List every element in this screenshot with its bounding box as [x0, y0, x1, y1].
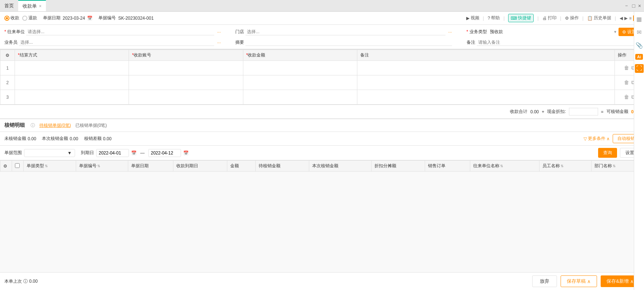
writeoff-info-icon[interactable]: ⓘ: [31, 122, 35, 129]
remark-field: 备注: [467, 39, 640, 46]
row-remark-1[interactable]: [357, 61, 615, 75]
tab-home[interactable]: 首页: [0, 0, 18, 11]
tab-home-label: 首页: [4, 3, 14, 9]
discount-input[interactable]: [569, 108, 598, 115]
tab-close-icon[interactable]: ×: [39, 4, 42, 9]
remark-input[interactable]: [477, 39, 640, 46]
unverified-label: 未核销金额: [4, 136, 26, 142]
calendar-icon[interactable]: 📅: [87, 16, 93, 21]
col-account-header: *收款账号: [129, 50, 243, 61]
delete-icon-2[interactable]: 🗑: [624, 79, 629, 86]
summary-input[interactable]: [246, 39, 452, 46]
table-sidebar-icon[interactable]: ▦: [635, 15, 644, 23]
counterpart-more-icon[interactable]: ···: [217, 30, 221, 35]
draft-chevron: ∧: [587, 279, 591, 284]
available-label: 可核销金额: [606, 109, 628, 115]
bottom-col-settings[interactable]: ⚙: [0, 161, 12, 172]
video-btn[interactable]: ▶ 视频: [466, 15, 479, 21]
print-btn[interactable]: 🖨 打印: [542, 15, 557, 21]
radio-receipt[interactable]: 收款: [4, 15, 19, 21]
col-settings-header[interactable]: ⚙: [0, 50, 15, 61]
counterpart-input[interactable]: [26, 28, 214, 35]
business-type-chevron[interactable]: ▼: [613, 30, 617, 34]
list-icon[interactable]: ≡: [629, 16, 632, 21]
row-amount-1[interactable]: [243, 61, 357, 75]
done-tab[interactable]: 已核销单据(0笔): [75, 122, 107, 129]
salesperson-more-icon[interactable]: ···: [217, 40, 221, 45]
pending-tab[interactable]: 待核销单据(0笔): [39, 122, 71, 129]
email-sidebar-icon[interactable]: ✉: [635, 28, 644, 36]
tab-receipt[interactable]: 收款单 ×: [18, 0, 46, 11]
radio-return-label: 退款: [28, 15, 37, 21]
prev-btn[interactable]: ◀: [620, 16, 623, 21]
number-field: 单据编号 SK-20230324-001: [98, 15, 153, 21]
delete-icon-3[interactable]: 🗑: [624, 94, 629, 100]
store-more-icon[interactable]: ···: [448, 30, 452, 35]
range-select[interactable]: ▼: [24, 149, 75, 157]
tab-receipt-label: 收款单: [23, 3, 37, 9]
shortcut-btn[interactable]: ⌨ 快捷键: [508, 14, 534, 22]
footer: 本单上次 ⓘ 0.00 放弃 保存草稿 ∧ 保存&新增 ∧: [0, 272, 644, 290]
row-account-3[interactable]: [129, 90, 243, 105]
history-btn[interactable]: 📋 历史单据: [587, 15, 611, 21]
close-btn[interactable]: ×: [638, 3, 641, 9]
row-payment-3[interactable]: [15, 90, 129, 105]
save-chevron: ∧: [630, 279, 634, 284]
row-remark-3[interactable]: [357, 90, 615, 105]
delete-icon-1[interactable]: 🗑: [624, 65, 629, 71]
unverified-stat: 未核销金额 0.00: [4, 136, 36, 142]
summary-field: 摘要: [235, 39, 452, 46]
store-input[interactable]: [246, 28, 445, 35]
unverified-value: 0.00: [28, 136, 36, 141]
footer-info-icon[interactable]: ⓘ: [23, 278, 28, 285]
date-from-input[interactable]: [96, 149, 129, 157]
select-all-checkbox[interactable]: [15, 163, 20, 168]
draft-label: 保存草稿: [567, 278, 586, 285]
row-remark-2[interactable]: [357, 75, 615, 90]
writeoff-header: 核销明细 ⓘ 待核销单据(0笔) 已核销单据(0笔): [0, 119, 644, 132]
expand-sidebar-icon[interactable]: ⛶: [635, 64, 644, 73]
ai-badge[interactable]: Ai: [635, 54, 643, 60]
date-value: 2023-03-24: [63, 16, 85, 21]
bottom-col-checkbox[interactable]: [12, 161, 24, 172]
col-amount-header: *收款金额: [243, 50, 357, 61]
salesperson-input[interactable]: [19, 39, 214, 46]
query-btn[interactable]: 查询: [598, 148, 617, 158]
operation-btn[interactable]: ⚙ 操作: [565, 15, 579, 21]
footer-right: 放弃 保存草稿 ∧ 保存&新增 ∧: [532, 275, 640, 287]
date-field: 单据日期 2023-03-24 📅: [43, 15, 93, 21]
date-to-input[interactable]: [148, 149, 181, 157]
print-icon: 🖨: [542, 16, 547, 21]
row-amount-3[interactable]: [243, 90, 357, 105]
form-row-1: * 往来单位 ··· 门店 ··· * 业务类型 预收款 ▼ ⚙ 设置: [4, 28, 640, 36]
abandon-btn[interactable]: 放弃: [532, 275, 557, 287]
clip-sidebar-icon[interactable]: 📎: [635, 41, 644, 50]
date-label: 单据日期: [43, 15, 60, 21]
business-type-field: * 业务类型 预收款 ▼ ⚙ 设置: [467, 28, 640, 36]
more-conditions-btn[interactable]: ▽ 更多条件 ∧: [584, 136, 610, 142]
date-from-icon[interactable]: 📅: [131, 150, 137, 156]
help-btn[interactable]: ? 帮助: [488, 15, 500, 21]
table-row: 3 🗑 ⧉: [0, 90, 644, 105]
writeoff-stats: 未核销金额 0.00 本次核销金额 0.00 核销差额 0.00 ▽ 更多条件 …: [0, 132, 644, 146]
next-btn[interactable]: ▶: [624, 16, 628, 21]
row-account-2[interactable]: [129, 75, 243, 90]
current-label: 本次核销金额: [42, 136, 68, 142]
radio-receipt-dot: [4, 16, 9, 21]
number-label: 单据编号: [98, 15, 116, 21]
radio-return-dot: [22, 16, 27, 21]
bottom-col-employee: 员工名称⇅: [539, 161, 592, 172]
history-icon: 📋: [587, 16, 593, 21]
bottom-col-sales-order: 销售订单: [425, 161, 470, 172]
minimize-btn[interactable]: －: [624, 3, 629, 9]
toolbar-right: ▶ 视频 | ? 帮助 | ⌨ 快捷键 | 🖨 打印 | ⚙ 操作: [466, 14, 640, 22]
right-sidebar: ▦ ✉ 📎 Ai ⛶: [634, 12, 644, 290]
draft-btn[interactable]: 保存草稿 ∧: [561, 275, 597, 287]
date-to-icon[interactable]: 📅: [183, 150, 189, 156]
row-amount-2[interactable]: [243, 75, 357, 90]
maximize-btn[interactable]: □: [632, 3, 635, 9]
radio-return[interactable]: 退款: [22, 15, 37, 21]
row-account-1[interactable]: [129, 61, 243, 75]
row-payment-2[interactable]: [15, 75, 129, 90]
row-payment-1[interactable]: [15, 61, 129, 75]
